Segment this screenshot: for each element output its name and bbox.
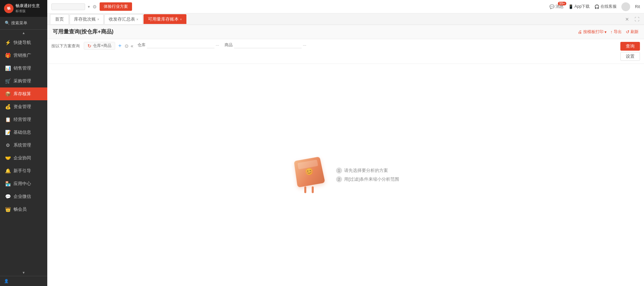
user-avatar <box>621 2 630 11</box>
goods-label: 商品 <box>225 42 233 48</box>
warehouse-input[interactable] <box>147 42 214 48</box>
tab-batch-ledger-label: 库存批次账 <box>74 16 96 22</box>
online-service-btn[interactable]: 🎧 在线客服 <box>594 4 617 9</box>
content-actions: 🖨 按模板打印 ▾ ↑ 导出 ↺ 刷新 <box>578 29 639 35</box>
sidebar-item-label: 新手引导 <box>14 168 31 174</box>
sidebar-item-purchase[interactable]: 🛒 采购管理 <box>0 75 47 87</box>
export-btn[interactable]: ↑ 导出 <box>611 29 622 35</box>
online-service-label: 在线客服 <box>600 4 617 9</box>
quick-nav-icon: ⚡ <box>5 40 11 45</box>
sidebar-item-label: 资金管理 <box>14 104 31 110</box>
filter-fields: 仓库 ··· 商品 ··· <box>137 42 616 48</box>
content-area: 可用量查询(按仓库+商品) 🖨 按模板打印 ▾ ↑ 导出 ↺ 刷新 按以下方案 <box>47 25 644 286</box>
tip-num-1: 1 <box>336 167 342 174</box>
sidebar-item-inventory[interactable]: 📦 库存核算 <box>0 87 47 100</box>
warehouse-label: 仓库 <box>137 42 146 48</box>
tab-home[interactable]: 首页 <box>50 14 69 24</box>
goods-field: 商品 ··· <box>225 42 306 48</box>
empty-state: 😊 1 请先选择要分析的方案 2 用[过滤]条件来缩小分析范围 <box>47 64 644 286</box>
sidebar-item-member[interactable]: 👑 畅会员 <box>0 203 47 216</box>
empty-box-icon: 😊 <box>294 157 325 188</box>
message-btn[interactable]: 💬 消息 99+ <box>549 4 564 9</box>
operation-icon: 📋 <box>5 117 11 122</box>
sidebar-item-basic[interactable]: 📝 基础信息 <box>0 126 47 139</box>
tabs-expand-btn[interactable]: ⛶ <box>633 16 641 23</box>
sidebar-scroll-down[interactable]: ▼ <box>0 269 47 276</box>
member-icon: 👑 <box>5 207 11 212</box>
search-menu-btn[interactable]: 🔍 搜索菜单 <box>3 19 44 27</box>
settings-btn[interactable]: 设置 <box>620 52 640 61</box>
sidebar-item-label: 采购管理 <box>14 78 31 84</box>
tabs-actions: ✕ ⛶ <box>623 16 641 23</box>
basic-icon: 📝 <box>5 130 11 135</box>
scheme-collapse-btn[interactable]: « <box>131 43 133 49</box>
warehouse-field: 仓库 ··· <box>137 42 219 48</box>
goods-input[interactable] <box>234 42 302 48</box>
tab-batch-ledger-close[interactable]: × <box>97 18 99 21</box>
tab-batch-ledger[interactable]: 库存批次账 × <box>70 14 104 24</box>
warehouse-more-btn[interactable]: ··· <box>216 43 219 48</box>
search-menu-label: 搜索菜单 <box>11 20 27 26</box>
scheme-icon: ↻ <box>87 43 92 49</box>
app-download-label: App下载 <box>574 4 590 9</box>
username[interactable]: Rit <box>635 4 640 9</box>
sidebar-item-quick-nav[interactable]: ⚡ 快捷导航 <box>0 36 47 49</box>
sidebar-item-label: 营销推广 <box>14 52 31 58</box>
sidebar-item-marketing[interactable]: 🎁 营销推广 <box>0 49 47 62</box>
search-icon: 🔍 <box>5 21 10 25</box>
tip-text-1: 请先选择要分析的方案 <box>344 167 388 174</box>
tab-available-ledger-close[interactable]: × <box>180 18 182 21</box>
tab-receipt-summary[interactable]: 收发存汇总表 × <box>104 14 143 24</box>
tab-receipt-summary-close[interactable]: × <box>136 18 138 21</box>
empty-legs <box>304 186 314 193</box>
sidebar-nav: ⚡ 快捷导航 🎁 营销推广 📊 销售管理 🛒 采购管理 📦 库存核算 💰 资金管… <box>0 36 47 269</box>
topbar: ▾ ⚙ 体验行业方案 💬 消息 99+ 📱 App下载 🎧 在线客服 Rit <box>47 0 644 14</box>
sidebar-item-enterprise[interactable]: 🤝 企业协同 <box>0 152 47 164</box>
app-download-btn[interactable]: 📱 App下载 <box>568 4 590 9</box>
topbar-search-input[interactable] <box>51 3 85 10</box>
tip-text-2: 用[过滤]条件来缩小分析范围 <box>344 176 399 182</box>
topbar-dropdown-icon[interactable]: ▾ <box>88 4 90 9</box>
app-version: 标准版 <box>16 9 40 14</box>
refresh-btn[interactable]: ↺ 刷新 <box>626 29 639 35</box>
content-header: 可用量查询(按仓库+商品) 🖨 按模板打印 ▾ ↑ 导出 ↺ 刷新 <box>47 25 644 39</box>
filter-scheme: ↻ 仓库+商品 ＋ ⊙ « <box>84 42 133 50</box>
tabs-close-all-btn[interactable]: ✕ <box>623 16 631 23</box>
print-btn[interactable]: 🖨 按模板打印 ▾ <box>578 29 607 35</box>
sidebar-search-area[interactable]: 🔍 搜索菜单 <box>0 17 47 30</box>
tab-available-ledger[interactable]: 可用量库存账本 × <box>144 14 186 24</box>
topbar-gear-icon[interactable]: ⚙ <box>93 4 97 9</box>
tabs-bar: 首页 库存批次账 × 收发存汇总表 × 可用量库存账本 × ✕ ⛶ <box>47 14 644 25</box>
scheme-add-btn[interactable]: ＋ <box>117 42 123 49</box>
sidebar-item-guide[interactable]: 🔔 新手引导 <box>0 164 47 177</box>
guide-icon: 🔔 <box>5 168 11 174</box>
sidebar-item-label: 销售管理 <box>14 65 31 71</box>
empty-tip-2: 2 用[过滤]条件来缩小分析范围 <box>336 176 399 182</box>
tab-home-label: 首页 <box>55 16 64 22</box>
sidebar-footer: 👤 <box>0 276 47 286</box>
sidebar-item-sales[interactable]: 📊 销售管理 <box>0 62 47 75</box>
trial-btn[interactable]: 体验行业方案 <box>100 2 132 11</box>
print-dropdown-icon[interactable]: ▾ <box>604 30 607 34</box>
empty-text: 1 请先选择要分析的方案 2 用[过滤]条件来缩小分析范围 <box>336 167 399 182</box>
scheme-settings-btn[interactable]: ⊙ <box>125 43 129 49</box>
sidebar-item-system[interactable]: ⚙ 系统管理 <box>0 139 47 152</box>
sidebar-item-wechat[interactable]: 💬 企业微信 <box>0 190 47 203</box>
sidebar-item-operation[interactable]: 📋 经营管理 <box>0 113 47 126</box>
query-btn[interactable]: 查询 <box>620 42 640 51</box>
tab-receipt-summary-label: 收发存汇总表 <box>109 16 135 22</box>
sidebar-scroll-up[interactable]: ▲ <box>0 30 47 36</box>
sidebar-header: 畅 畅康通好生意 标准版 <box>0 0 47 17</box>
print-label: 按模板打印 <box>583 29 603 35</box>
filter-bar: 按以下方案查询 ↻ 仓库+商品 ＋ ⊙ « 仓库 ··· 商品 <box>47 39 644 64</box>
sidebar-item-label: 库存核算 <box>14 91 31 97</box>
sales-icon: 📊 <box>5 66 11 71</box>
app-center-icon: 🏪 <box>5 181 11 186</box>
sidebar: 畅 畅康通好生意 标准版 🔍 搜索菜单 ▲ ⚡ 快捷导航 🎁 营销推广 📊 销售… <box>0 0 47 286</box>
sidebar-item-app-center[interactable]: 🏪 应用中心 <box>0 177 47 190</box>
online-service-icon: 🎧 <box>594 4 599 9</box>
goods-more-btn[interactable]: ··· <box>303 43 306 48</box>
app-download-icon: 📱 <box>568 4 573 9</box>
scheme-item[interactable]: ↻ 仓库+商品 <box>84 42 115 50</box>
sidebar-item-finance[interactable]: 💰 资金管理 <box>0 100 47 113</box>
